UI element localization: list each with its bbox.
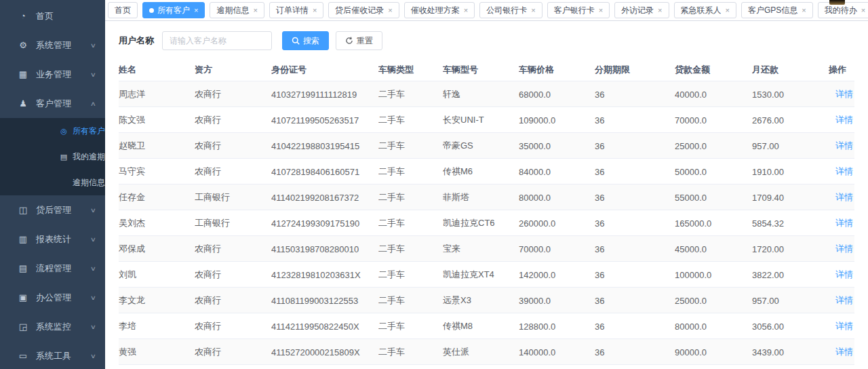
sidebar-item[interactable]: ▭ 系统工具 ∨ — [0, 341, 105, 369]
cell-name: 任存金 — [119, 184, 195, 210]
detail-link[interactable]: 详情 — [835, 89, 853, 99]
detail-link[interactable]: 详情 — [835, 192, 853, 202]
tab[interactable]: 客户银行卡 × — [547, 2, 610, 18]
cell-id-number: 410325199709223094 — [271, 365, 378, 369]
sidebar-item-label: 报表统计 — [36, 233, 71, 246]
column-header: 贷款金额 — [675, 59, 752, 81]
tab[interactable]: 订单详情 × — [269, 2, 323, 18]
sidebar-item-icon: ◔ — [16, 11, 30, 21]
sidebar-item[interactable]: ♟ 客户管理 ∧ — [0, 89, 105, 118]
sidebar-item-label: 贷后管理 — [36, 204, 71, 216]
sidebar-item[interactable]: ◫ 贷后管理 ∨ — [0, 195, 105, 225]
sidebar-item[interactable]: ◲ 系统监控 ∨ — [0, 312, 105, 341]
detail-link[interactable]: 详情 — [835, 244, 853, 254]
cell-monthly-payment: 3439.00 — [752, 339, 829, 365]
active-dot-icon — [149, 8, 154, 13]
sidebar-item-label: 首页 — [36, 10, 54, 22]
cell-vehicle-type: 二手车 — [378, 288, 443, 313]
sidebar-item-label: 我的逾期 — [73, 151, 105, 163]
detail-link[interactable]: 详情 — [835, 269, 853, 279]
sidebar-item[interactable]: ◎ 所有客户 — [0, 118, 105, 144]
detail-link[interactable]: 详情 — [835, 295, 853, 305]
sidebar-item[interactable]: ◔ 首页 — [0, 1, 105, 31]
tab[interactable]: 客户GPS信息 × — [741, 2, 813, 18]
cell-loan-amount: 80000.0 — [675, 313, 752, 339]
cell-vehicle-price: 68000.0 — [519, 81, 595, 107]
cell-vehicle-model: 传祺M6 — [443, 159, 519, 184]
sidebar-item-label: 系统工具 — [36, 350, 71, 362]
detail-link[interactable]: 详情 — [835, 218, 853, 228]
tab[interactable]: 所有客户 × — [142, 2, 205, 18]
cell-funder: 农商行 — [195, 107, 271, 133]
cell-loan-amount: 25000.0 — [675, 288, 752, 313]
cell-monthly-payment: 3056.00 — [752, 313, 829, 339]
tab[interactable]: 首页 — [108, 2, 138, 18]
close-icon[interactable]: × — [194, 6, 198, 14]
close-icon[interactable]: × — [464, 6, 468, 14]
tab[interactable]: 逾期信息 × — [210, 2, 264, 18]
close-icon[interactable]: × — [313, 6, 317, 14]
cell-vehicle-price: 260000.0 — [519, 210, 595, 236]
close-icon[interactable]: × — [531, 6, 535, 14]
cell-name: 邓保成 — [119, 236, 195, 262]
close-icon[interactable]: × — [802, 6, 806, 14]
cell-vehicle-type: 二手车 — [378, 262, 443, 288]
detail-link[interactable]: 详情 — [835, 115, 853, 125]
tab[interactable]: 贷后催收记录 × — [328, 2, 399, 18]
sidebar-item[interactable]: ⚙ 系统管理 ∨ — [0, 31, 105, 60]
cell-loan-amount: 70000.0 — [675, 107, 752, 133]
tab-label: 贷后催收记录 — [335, 5, 384, 16]
cell-loan-amount: 25000.0 — [675, 133, 752, 159]
detail-link[interactable]: 详情 — [835, 140, 853, 151]
cell-loan-amount: 50000.0 — [675, 365, 752, 369]
sidebar-item[interactable]: ▤ 我的逾期 — [0, 144, 105, 170]
cell-vehicle-type: 二手车 — [378, 339, 443, 365]
tab-label: 所有客户 — [157, 5, 190, 16]
sidebar-item[interactable]: ▣ 办公管理 ∨ — [0, 283, 105, 312]
cell-name: 吴刘杰 — [119, 210, 195, 236]
sidebar-item[interactable]: ▦ 业务管理 ∨ — [0, 60, 105, 89]
search-button[interactable]: 搜索 — [282, 31, 329, 50]
sidebar-item[interactable]: ▥ 报表统计 ∨ — [0, 225, 105, 254]
cell-vehicle-type: 二手车 — [378, 210, 443, 236]
cell-name: 李文龙 — [119, 288, 195, 313]
cell-id-number: 410728198406160571 — [271, 159, 378, 184]
reset-button[interactable]: 重置 — [336, 31, 382, 50]
cell-funder: 农商行 — [195, 81, 271, 107]
close-icon[interactable]: × — [658, 6, 662, 14]
detail-link[interactable]: 详情 — [835, 321, 853, 331]
close-icon[interactable]: × — [388, 6, 392, 14]
close-icon[interactable]: × — [253, 6, 257, 14]
tab[interactable]: 公司银行卡 × — [479, 2, 542, 18]
cell-vehicle-price: 84000.0 — [519, 159, 595, 184]
cell-loan-amount: 100000.0 — [675, 262, 752, 288]
cell-term: 36 — [595, 339, 675, 365]
sidebar-item[interactable]: ▤ 流程管理 ∨ — [0, 254, 105, 283]
chevron-icon: ∧ — [90, 100, 96, 107]
cell-term: 36 — [595, 236, 675, 262]
chevron-icon: ∨ — [90, 207, 96, 214]
avatar-partial[interactable] — [829, 0, 845, 5]
cell-funder: 农商行 — [195, 288, 271, 313]
tab[interactable]: 紧急联系人 × — [674, 2, 736, 18]
cell-id-number: 41142119950822450X — [271, 313, 378, 339]
tab[interactable]: 外访记录 × — [614, 2, 669, 18]
cell-vehicle-model: 远景X3 — [443, 288, 519, 313]
cell-name: 马守宾 — [119, 159, 195, 184]
customer-name-input[interactable] — [162, 31, 272, 50]
tab[interactable]: 催收处理方案 × — [404, 2, 475, 18]
cell-id-number: 411402199208167372 — [271, 184, 378, 210]
cell-vehicle-type: 二手车 — [378, 313, 443, 339]
search-label: 用户名称 — [119, 35, 154, 47]
close-icon[interactable]: × — [599, 6, 603, 14]
column-header: 车辆价格 — [519, 59, 595, 81]
close-icon[interactable]: × — [726, 6, 730, 14]
cell-loan-amount: 45000.0 — [675, 236, 752, 262]
detail-link[interactable]: 详情 — [835, 347, 853, 357]
detail-link[interactable]: 详情 — [835, 166, 853, 176]
sidebar-item-icon: ▤ — [58, 153, 69, 161]
cell-id-number: 41232819810203631X — [271, 262, 378, 288]
cell-vehicle-price: 142000.0 — [519, 262, 595, 288]
close-icon[interactable]: × — [861, 6, 865, 14]
sidebar-item[interactable]: 逾期信息 — [0, 170, 105, 195]
